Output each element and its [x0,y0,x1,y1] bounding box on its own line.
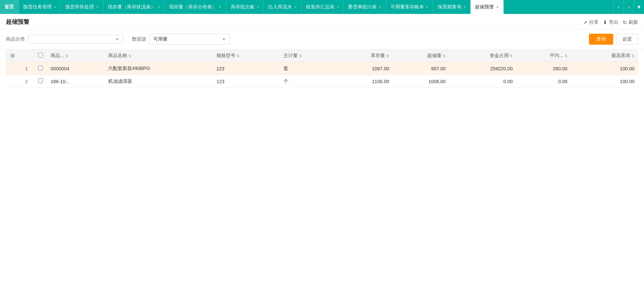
table-container: ⚙ 商品... ⇅ 商品名称 [0,49,644,88]
th-code[interactable]: 商品... ⇅ [47,49,105,62]
row-unit: 套 [280,62,336,75]
row-overstock: 997.00 [393,62,449,75]
nav-more-button[interactable]: ▼ [634,0,644,14]
category-dropdown-icon: ▼ [115,37,119,41]
nav-order-label: 要货单统计表 [348,4,377,10]
sort-name-icon: ⇅ [128,54,131,58]
refresh-label: 刷新 [629,19,638,26]
nav-prev-button[interactable]: ‹ [613,0,623,14]
share-button[interactable]: ➚ 分享 [583,19,599,26]
datasource-filter-group: 数据源 可用量 ▼ [132,34,230,45]
row-checkbox-cell[interactable] [34,75,47,88]
share-label: 分享 [589,19,599,26]
close-task-icon[interactable]: × [54,5,56,9]
th-unit[interactable]: 主计量 ⇅ [280,49,336,62]
th-index [19,49,34,62]
datasource-label: 数据源 [132,36,146,42]
data-table: ⚙ 商品... ⇅ 商品名称 [6,49,638,88]
th-code-label: 商品... [51,52,64,59]
th-avg[interactable]: 平均... ⇅ [516,49,571,62]
row-max: 100.00 [571,62,638,75]
refresh-button[interactable]: ↻ 刷新 [623,19,638,26]
sort-spec-icon: ⇅ [237,54,239,58]
sort-stock-icon: ⇅ [386,54,389,58]
close-overstock-icon[interactable]: × [496,5,498,9]
th-capital-label: 资金占用 [490,52,509,59]
row-checkbox-cell[interactable] [34,62,47,75]
close-inout-icon[interactable]: × [294,5,296,9]
th-max[interactable]: 最高库存 ⇅ [571,49,638,62]
category-label: 商品分类 [6,36,25,42]
nav-inventory-dist[interactable]: 现存量（库存分布表） × [165,0,226,14]
th-capital[interactable]: 资金占用 ⇅ [449,49,516,62]
th-spec[interactable]: 规格型号 ⇅ [213,49,280,62]
nav-batch[interactable]: 库存批次账 × [226,0,264,14]
row-code: 186-10... [47,75,105,88]
nav-order[interactable]: 要货单统计表 × [344,0,386,14]
nav-inventory-dist-label: 现存量（库存分布表） [169,4,217,10]
query-button[interactable]: 查询 [589,34,613,45]
nav-home[interactable]: 首页 [0,0,19,14]
nav-task-label: 拣货任务管理 [23,4,52,10]
nav-arrows: ‹ › ▼ [613,0,644,14]
close-batch-icon[interactable]: × [257,5,259,9]
sort-avg-icon: ⇅ [564,54,567,58]
page-title: 超储预警 [6,18,29,26]
export-icon: ⬇ [603,19,607,25]
table-row: 1 0000004 六配套新昌490BPG 123 套 1097.00 997.… [6,62,638,75]
row-capital: 259220.00 [449,62,516,75]
gear-icon[interactable]: ⚙ [10,53,15,59]
row-checkbox-0[interactable] [38,66,43,70]
close-abnormal-icon[interactable]: × [96,5,98,9]
sort-code-icon: ⇅ [65,54,68,58]
th-stock[interactable]: 库存量 ⇅ [336,49,393,62]
row-overstock: 1006.00 [393,75,449,88]
nav-task[interactable]: 拣货任务管理 × [19,0,61,14]
nav-overstock[interactable]: 超储预警 × [471,0,503,14]
header-actions: ➚ 分享 ⬇ 导出 ↻ 刷新 [583,19,638,26]
th-max-label: 最高库存 [611,52,630,59]
close-order-icon[interactable]: × [379,5,381,9]
th-unit-label: 主计量 [283,52,298,59]
category-filter-group: 商品分类 ▼ [6,35,123,44]
nav-available[interactable]: 可用量库存账本 × [386,0,433,14]
nav-inventory-status[interactable]: 现存量（库存状况表） × [103,0,165,14]
th-name-label: 商品名称 [108,52,127,59]
select-all-checkbox[interactable] [38,53,43,58]
table-row: 2 186-10... 机油滤清器 123 个 1106.00 1006.00 … [6,75,638,88]
close-collect-icon[interactable]: × [337,5,339,9]
row-name: 六配套新昌490BPG [105,62,213,75]
export-button[interactable]: ⬇ 导出 [603,19,618,26]
row-max: 100.00 [571,75,638,88]
th-checkbox[interactable] [34,49,47,62]
close-quality-icon[interactable]: × [464,5,466,9]
refresh-icon: ↻ [623,19,627,25]
datasource-select[interactable]: 可用量 ▼ [149,34,230,45]
close-available-icon[interactable]: × [426,5,428,9]
sort-capital-icon: ⇅ [510,54,513,58]
row-checkbox-1[interactable] [38,78,43,83]
th-gear[interactable]: ⚙ [6,49,19,62]
nav-available-label: 可用量库存账本 [391,4,424,10]
nav-collect-label: 收发存汇总表 [306,4,334,10]
row-name: 机油滤清器 [105,75,213,88]
nav-abnormal[interactable]: 拣货异常处理 × [61,0,103,14]
close-inventory-dist-icon[interactable]: × [219,5,221,9]
row-index: 2 [19,75,34,88]
nav-inout[interactable]: 出入库流水 × [264,0,301,14]
settings-button[interactable]: 设置 [616,34,638,45]
nav-quality[interactable]: 保质期查询 × [433,0,471,14]
close-inventory-status-icon[interactable]: × [158,5,160,9]
sort-unit-icon: ⇅ [299,54,302,58]
nav-abnormal-label: 拣货异常处理 [65,4,94,10]
share-icon: ➚ [583,19,588,25]
th-name[interactable]: 商品名称 ⇅ [105,49,213,62]
th-overstock[interactable]: 超储量 ⇅ [393,49,449,62]
nav-collect[interactable]: 收发存汇总表 × [301,0,344,14]
row-stock: 1106.00 [336,75,393,88]
category-select[interactable]: ▼ [28,35,123,44]
nav-next-button[interactable]: › [623,0,634,14]
page-header: 超储预警 ➚ 分享 ⬇ 导出 ↻ 刷新 [0,14,644,29]
row-stock: 1097.00 [336,62,393,75]
row-avg: 260.00 [516,62,571,75]
